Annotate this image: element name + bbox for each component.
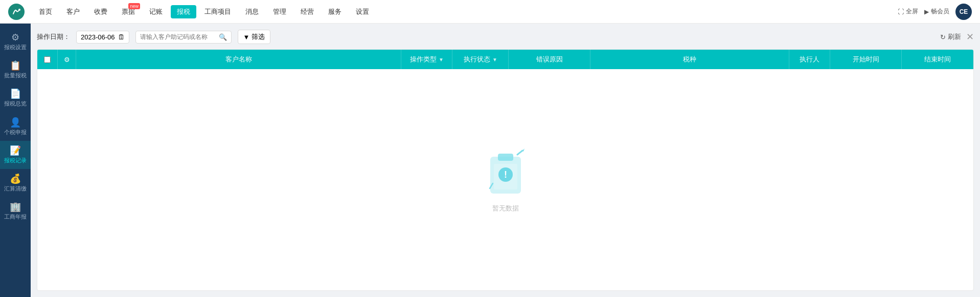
sidebar-label-batch-tax: 批量报税 (4, 72, 27, 79)
nav-item-customer[interactable]: 客户 (60, 5, 86, 18)
sidebar-icon-settlement: 💰 (10, 174, 21, 183)
refresh-label: 刷新 (948, 32, 961, 41)
member-btn[interactable]: ▶ 畅会员 (924, 7, 949, 16)
th-status: 执行状态 ▼ (452, 50, 509, 69)
date-picker[interactable]: 2023-06-06 🗓 (76, 31, 129, 44)
table: ⚙ 客户名称 操作类型 ▼ 执行状态 ▼ 错误原因 税种 (37, 49, 974, 291)
op-type-sort-icon[interactable]: ▼ (439, 57, 444, 62)
nav-items: 首页客户收费票据new记账报税工商项目消息管理经营服务设置 (33, 5, 898, 18)
gear-icon[interactable]: ⚙ (64, 56, 70, 63)
refresh-button[interactable]: ↻ 刷新 (940, 32, 961, 41)
filter-button[interactable]: ▼ 筛选 (238, 30, 271, 44)
app-logo[interactable] (8, 4, 25, 20)
th-executor: 执行人 (789, 50, 830, 69)
nav-item-fee[interactable]: 收费 (88, 5, 113, 18)
content: 操作日期： 2023-06-06 🗓 🔍 ▼ 筛选 ↻ 刷新 ✕ (31, 24, 980, 297)
th-checkbox (37, 50, 58, 69)
nav-item-manage[interactable]: 管理 (267, 5, 292, 18)
th-error: 错误原因 (509, 50, 590, 69)
th-start: 开始时间 (830, 50, 902, 69)
sidebar-label-annual-report: 工商年报 (4, 214, 27, 220)
nav-item-bookkeeping[interactable]: 记账 (143, 5, 169, 18)
sidebar-icon-tax-settings: ⚙ (11, 33, 19, 42)
fullscreen-btn[interactable]: ⛶ 全屏 (898, 7, 918, 16)
sidebar-label-tax-record: 报税记录 (4, 157, 27, 164)
th-customer: 客户名称 (76, 50, 401, 69)
th-gear: ⚙ (58, 50, 76, 69)
avatar[interactable]: CE (955, 4, 972, 20)
sidebar-icon-tax-record: 📝 (10, 146, 21, 155)
nav-right: ⛶ 全屏 ▶ 畅会员 CE (898, 4, 972, 20)
nav-item-business[interactable]: 工商项目 (198, 5, 237, 18)
date-label: 操作日期： (37, 32, 70, 41)
nav-item-settings[interactable]: 设置 (350, 5, 375, 18)
member-label: 畅会员 (931, 7, 949, 16)
main-layout: ⚙ 报税设置 📋 批量报税 📄 报税总览 👤 个税申报 📝 报税记录 💰 汇算清… (0, 24, 980, 297)
empty-text: 暂无数据 (492, 204, 519, 213)
svg-rect-3 (498, 154, 513, 161)
date-value: 2023-06-06 (81, 33, 115, 41)
select-all-checkbox[interactable] (44, 56, 51, 63)
svg-line-7 (517, 151, 522, 155)
th-tax: 税种 (590, 50, 789, 69)
close-button[interactable]: ✕ (966, 32, 974, 41)
filter-bar: 操作日期： 2023-06-06 🗓 🔍 ▼ 筛选 ↻ 刷新 ✕ (37, 30, 974, 44)
sidebar-item-settlement[interactable]: 💰 汇算清缴 (0, 169, 31, 197)
nav-item-tax[interactable]: 报税 (171, 5, 196, 18)
filter-label-btn: 筛选 (252, 32, 265, 41)
sidebar-item-personal-tax[interactable]: 👤 个税申报 (0, 113, 31, 141)
sidebar-item-tax-summary[interactable]: 📄 报税总览 (0, 84, 31, 112)
calendar-icon: 🗓 (118, 33, 125, 41)
sidebar-label-tax-settings: 报税设置 (4, 44, 27, 51)
sidebar-label-personal-tax: 个税申报 (4, 129, 27, 136)
search-input[interactable] (140, 33, 217, 40)
sidebar-icon-batch-tax: 📋 (10, 61, 21, 70)
nav-item-invoice[interactable]: 票据new (116, 5, 141, 18)
th-op-type: 操作类型 ▼ (401, 50, 452, 69)
nav-item-message[interactable]: 消息 (239, 5, 265, 18)
search-wrap: 🔍 (135, 31, 232, 44)
sidebar-item-tax-record[interactable]: 📝 报税记录 (0, 141, 31, 169)
fullscreen-label: 全屏 (906, 7, 918, 16)
sidebar-label-settlement: 汇算清缴 (4, 185, 27, 192)
empty-state: ! 暂无数据 (483, 146, 529, 213)
sidebar-icon-tax-summary: 📄 (10, 89, 21, 98)
top-nav: 首页客户收费票据new记账报税工商项目消息管理经营服务设置 ⛶ 全屏 ▶ 畅会员… (0, 0, 980, 24)
sidebar-icon-personal-tax: 👤 (10, 118, 21, 127)
svg-text:!: ! (504, 169, 507, 180)
fullscreen-icon: ⛶ (898, 8, 904, 15)
nav-item-service[interactable]: 服务 (322, 5, 348, 18)
empty-illustration: ! (483, 146, 529, 198)
table-body: ! 暂无数据 (37, 69, 973, 290)
status-sort-icon[interactable]: ▼ (492, 57, 497, 62)
sidebar-item-annual-report[interactable]: 🏢 工商年报 (0, 197, 31, 225)
filter-icon: ▼ (243, 33, 250, 41)
refresh-icon: ↻ (940, 33, 946, 41)
badge-new-invoice: new (128, 3, 140, 10)
sidebar-item-batch-tax[interactable]: 📋 批量报税 (0, 56, 31, 84)
search-icon: 🔍 (219, 33, 227, 41)
th-end: 结束时间 (902, 50, 973, 69)
filter-right: ↻ 刷新 ✕ (940, 32, 974, 41)
svg-point-1 (18, 9, 20, 11)
svg-point-0 (8, 4, 25, 20)
sidebar-icon-annual-report: 🏢 (10, 202, 21, 211)
member-icon: ▶ (924, 8, 929, 15)
sidebar-label-tax-summary: 报税总览 (4, 100, 27, 107)
sidebar-item-tax-settings[interactable]: ⚙ 报税设置 (0, 28, 31, 56)
nav-item-home[interactable]: 首页 (33, 5, 58, 18)
sidebar: ⚙ 报税设置 📋 批量报税 📄 报税总览 👤 个税申报 📝 报税记录 💰 汇算清… (0, 24, 31, 297)
table-header: ⚙ 客户名称 操作类型 ▼ 执行状态 ▼ 错误原因 税种 (37, 50, 973, 69)
nav-item-finance[interactable]: 经营 (294, 5, 320, 18)
